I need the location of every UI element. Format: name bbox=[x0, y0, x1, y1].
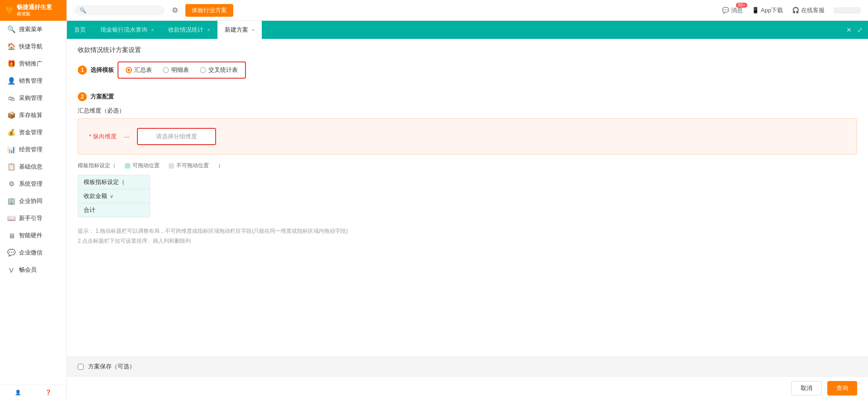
tab-receipt-close[interactable]: × bbox=[207, 27, 210, 33]
sidebar-item-search[interactable]: 🔍 搜索菜单 bbox=[0, 21, 66, 38]
indicator-total-cell: 合计 bbox=[78, 203, 150, 217]
sidebar-item-marketing[interactable]: 🎁 营销推广 bbox=[0, 55, 66, 72]
indicator-col-label: 模板指标设定（ bbox=[84, 178, 125, 186]
message-icon: 💬 bbox=[722, 7, 729, 14]
close-window-icon[interactable]: ✕ bbox=[846, 26, 852, 33]
tab-receipt[interactable]: 收款情况统计 × bbox=[161, 21, 217, 39]
radio-cross-circle bbox=[200, 67, 206, 73]
topbar-right: 💬 消息 99+ 📱 App下载 🎧 在线客服 bbox=[722, 6, 861, 14]
app-edition: 标准版 bbox=[17, 11, 52, 17]
sidebar-item-purchase[interactable]: 🛍 采购管理 bbox=[0, 89, 66, 107]
nodrag-legend-dot bbox=[169, 163, 174, 169]
save-plan-label: 方案保存（可选） bbox=[88, 362, 135, 371]
bag-icon: 🛍 bbox=[7, 94, 15, 102]
message-badge: 99+ bbox=[736, 3, 747, 8]
monitor-icon: 🖥 bbox=[7, 232, 15, 240]
sidebar-item-label: 基础信息 bbox=[19, 163, 42, 171]
plan-config: 汇总维度（必选） * 纵向维度 — 请选择分组维度 bbox=[78, 107, 857, 246]
drag-legend-label: 可拖动位置 bbox=[132, 162, 160, 169]
tab-home-label: 首页 bbox=[74, 26, 86, 34]
sidebar: 🧡 畅捷通好生意 标准版 🔍 搜索菜单 🏠 快捷导航 🎁 营销推广 👤 销售管理… bbox=[0, 0, 67, 400]
service-icon: 🎧 bbox=[792, 7, 799, 14]
sidebar-item-label: 快捷导航 bbox=[19, 42, 42, 51]
sidebar-item-sales[interactable]: 👤 销售管理 bbox=[0, 72, 66, 89]
message-button[interactable]: 💬 消息 99+ bbox=[722, 6, 743, 14]
crown-icon: V bbox=[7, 266, 15, 274]
sidebar-item-label: 新手引导 bbox=[19, 214, 42, 222]
sidebar-item-wechat[interactable]: 💬 企业微信 bbox=[0, 244, 66, 261]
footer-bar: 方案保存（可选） bbox=[67, 357, 868, 376]
indicator-col-header: 模板指标设定（ bbox=[78, 175, 150, 189]
chart-icon: 📊 bbox=[7, 146, 15, 154]
radio-summary[interactable]: 汇总表 bbox=[126, 66, 152, 74]
search-icon: 🔍 bbox=[80, 7, 86, 14]
sidebar-item-corp[interactable]: 🏢 企业协同 bbox=[0, 193, 66, 210]
step2-header: 2 方案配置 bbox=[78, 92, 857, 101]
vertical-label: * 纵向维度 bbox=[89, 132, 117, 141]
sidebar-item-label: 系统管理 bbox=[19, 180, 42, 188]
tab-bank-close[interactable]: × bbox=[151, 27, 154, 33]
tab-home[interactable]: 首页 bbox=[67, 21, 93, 39]
legend-close-paren: ） bbox=[218, 162, 223, 169]
sidebar-item-label: 企业协同 bbox=[19, 197, 42, 205]
topbar: 🔍 ⚙ 体验行业方案 💬 消息 99+ 📱 App下载 🎧 在线客服 bbox=[67, 0, 868, 21]
sidebar-item-finance[interactable]: 💰 资金管理 bbox=[0, 124, 66, 141]
service-button[interactable]: 🎧 在线客服 bbox=[792, 6, 825, 14]
radio-summary-circle bbox=[126, 67, 132, 73]
trial-button[interactable]: 体验行业方案 bbox=[185, 4, 233, 17]
book-icon: 📖 bbox=[7, 214, 15, 222]
sidebar-help[interactable]: ❓ bbox=[35, 390, 62, 395]
sidebar-item-inventory[interactable]: 📦 库存核算 bbox=[0, 107, 66, 124]
sidebar-item-hardware[interactable]: 🖥 智能硬件 bbox=[0, 227, 66, 244]
user-name[interactable] bbox=[834, 7, 861, 14]
sidebar-user-avatar[interactable]: 👤 bbox=[5, 390, 32, 395]
chat-icon: 💬 bbox=[7, 249, 15, 257]
cancel-button[interactable]: 取消 bbox=[791, 381, 822, 395]
step2-title: 方案配置 bbox=[90, 93, 114, 101]
sidebar-item-label: 企业微信 bbox=[19, 249, 42, 257]
indicator-sub-header[interactable]: 收款金额 ∨ bbox=[78, 189, 150, 203]
arrow-icon: — bbox=[124, 133, 130, 140]
tab-bank[interactable]: 现金银行流水查询 × bbox=[93, 21, 161, 39]
home-icon: 🏠 bbox=[7, 42, 15, 51]
app-name: 畅捷通好生意 bbox=[17, 4, 52, 11]
sidebar-item-label: 库存核算 bbox=[19, 111, 42, 119]
step2-badge: 2 bbox=[78, 92, 87, 101]
sidebar-item-base[interactable]: 📋 基础信息 bbox=[0, 158, 66, 175]
chevron-down-icon: ∨ bbox=[110, 193, 113, 199]
radio-detail-circle bbox=[163, 67, 169, 73]
dimension-select[interactable]: 请选择分组维度 bbox=[137, 128, 216, 145]
tip-line2: 2.点击标题栏下拉可设置排序、插入列和删除列 bbox=[78, 236, 857, 246]
dimension-row: * 纵向维度 — 请选择分组维度 bbox=[89, 128, 846, 145]
download-button[interactable]: 📱 App下载 bbox=[752, 6, 783, 14]
indicator-section: 模板指标设定（ 可拖动位置 不可拖动位置 ） bbox=[78, 162, 857, 217]
settings-icon[interactable]: ⚙ bbox=[172, 6, 178, 14]
indicator-section-label-text: 模板指标设定（ bbox=[78, 162, 116, 169]
download-icon: 📱 bbox=[752, 7, 759, 14]
sidebar-item-guide[interactable]: 📖 新手引导 bbox=[0, 210, 66, 227]
sidebar-item-quicknav[interactable]: 🏠 快捷导航 bbox=[0, 38, 66, 55]
dimension-section: 汇总维度（必选） * 纵向维度 — 请选择分组维度 bbox=[78, 107, 857, 155]
topbar-search-box[interactable]: 🔍 bbox=[74, 5, 165, 15]
page-content: 收款情况统计方案设置 1 选择模板 汇总表 明细表 bbox=[67, 39, 868, 357]
query-button[interactable]: 查询 bbox=[827, 381, 857, 395]
maximize-icon[interactable]: ⤢ bbox=[857, 26, 863, 33]
tab-new[interactable]: 新建方案 × bbox=[217, 21, 262, 39]
sidebar-item-label: 经营管理 bbox=[19, 146, 42, 154]
gift-icon: 🎁 bbox=[7, 60, 15, 68]
radio-summary-label: 汇总表 bbox=[134, 66, 152, 74]
radio-detail[interactable]: 明细表 bbox=[163, 66, 189, 74]
radio-cross-label: 交叉统计表 bbox=[208, 66, 238, 74]
sidebar-item-system[interactable]: ⚙ 系统管理 bbox=[0, 175, 66, 193]
tab-new-close[interactable]: × bbox=[252, 27, 255, 33]
radio-cross[interactable]: 交叉统计表 bbox=[200, 66, 238, 74]
sidebar-item-member[interactable]: V 畅会员 bbox=[0, 261, 66, 278]
building-icon: 🏢 bbox=[7, 197, 15, 205]
tips-section: 提示： 1.拖动标题栏可以调整布局，不可跨维度或指标区域拖动栏目字段(只能在同一… bbox=[78, 226, 857, 246]
download-label: App下载 bbox=[761, 6, 783, 14]
sidebar-logo: 🧡 畅捷通好生意 标准版 bbox=[0, 0, 66, 21]
indicator-legend: 模板指标设定（ 可拖动位置 不可拖动位置 ） bbox=[78, 162, 857, 169]
save-plan-checkbox[interactable] bbox=[78, 364, 84, 370]
sidebar-item-label: 销售管理 bbox=[19, 77, 42, 85]
sidebar-item-operations[interactable]: 📊 经营管理 bbox=[0, 141, 66, 158]
